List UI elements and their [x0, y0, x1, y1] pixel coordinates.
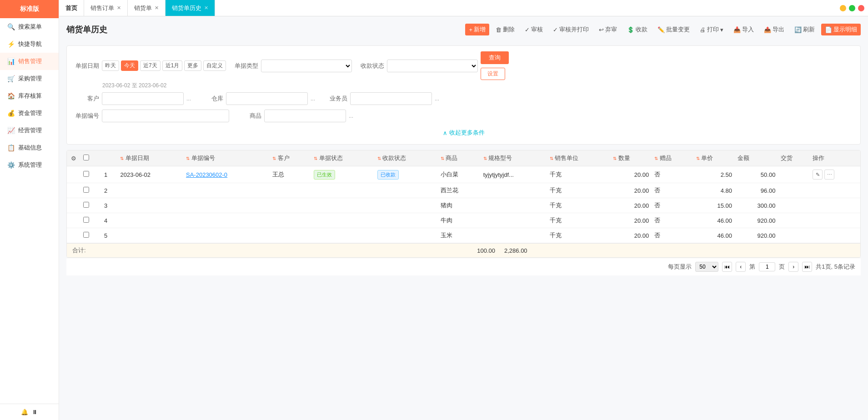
doc-no-link[interactable]: SA-20230602-0 — [186, 171, 227, 178]
minimize-button[interactable] — [840, 5, 846, 11]
audit-print-button[interactable]: ✓ 审核并打印 — [549, 24, 592, 35]
data-table: ⚙ ⇅ 单据日期 ⇅ 单据编号 ⇅ 客户 — [67, 150, 860, 243]
close-sales-order-tab[interactable]: ✕ — [117, 5, 121, 11]
sort-icon: ⇅ — [186, 156, 190, 161]
date-btn-yesterday[interactable]: 昨天 — [102, 60, 119, 71]
cell-check[interactable] — [80, 198, 101, 213]
next-page-button[interactable]: › — [788, 262, 798, 272]
col-doc-date[interactable]: ⇅ 单据日期 — [117, 150, 183, 166]
goods-input[interactable] — [264, 110, 346, 122]
cell-check[interactable] — [80, 213, 101, 228]
col-customer[interactable]: ⇅ 客户 — [270, 150, 311, 166]
first-page-button[interactable]: ⏮ — [722, 262, 732, 272]
date-btn-last7[interactable]: 近7天 — [140, 60, 161, 71]
show-detail-button[interactable]: 📄 显示明细 — [821, 24, 861, 35]
row-checkbox[interactable] — [83, 217, 89, 223]
col-quantity[interactable]: ⇅ 数量 — [610, 150, 652, 166]
row-checkbox[interactable] — [83, 232, 89, 238]
more-action-btn[interactable]: ⋯ — [824, 170, 834, 180]
date-picker-row: 昨天 今天 近7天 近1月 更多 自定义 — [102, 60, 226, 71]
cell-check[interactable] — [80, 183, 101, 198]
sidebar-item-ops-mgmt[interactable]: 📈 经营管理 — [0, 122, 59, 139]
col-collect-status[interactable]: ⇅ 收款状态 — [375, 150, 438, 166]
date-btn-custom[interactable]: 自定义 — [203, 60, 226, 71]
col-actions: 操作 — [810, 150, 860, 166]
settings-button[interactable]: 设置 — [481, 68, 505, 80]
add-button[interactable]: + 新增 — [465, 24, 489, 35]
audit-button[interactable]: ✓ 审核 — [521, 24, 547, 35]
sidebar: 标准版 🔍 搜索菜单 ⚡ 快捷导航 📊 销售管理 🛒 采购管理 🏠 库存核算 💰… — [0, 0, 59, 420]
col-doc-no[interactable]: ⇅ 单据编号 — [183, 150, 270, 166]
tab-home[interactable]: 首页 — [59, 0, 84, 16]
export-button[interactable]: 📤 导出 — [760, 24, 788, 35]
edit-action-btn[interactable]: ✎ — [813, 170, 823, 180]
query-button[interactable]: 查询 — [481, 51, 509, 64]
row-checkbox[interactable] — [83, 187, 89, 193]
abandon-label: 弃审 — [605, 25, 617, 34]
select-all-checkbox[interactable] — [83, 155, 89, 160]
col-settings[interactable]: ⚙ — [67, 150, 80, 166]
col-unit-price[interactable]: ⇅ 单价 — [693, 150, 735, 166]
col-sales-unit[interactable]: ⇅ 销售单位 — [547, 150, 610, 166]
customer-input[interactable] — [102, 92, 184, 105]
row-checkbox[interactable] — [83, 202, 89, 208]
warehouse-input[interactable] — [226, 92, 308, 105]
pause-icon[interactable]: ⏸ — [32, 409, 38, 415]
goods-ellipsis-btn[interactable]: ... — [349, 113, 353, 119]
delete-button[interactable]: 🗑 删除 — [492, 24, 518, 35]
col-gift[interactable]: ⇅ 赠品 — [652, 150, 693, 166]
staff-ellipsis-btn[interactable]: ... — [435, 95, 439, 102]
batch-change-button[interactable]: ✏️ 批量变更 — [654, 24, 693, 35]
window-close-button[interactable] — [858, 5, 864, 11]
tab-sales-delivery[interactable]: 销货单 ✕ — [128, 0, 166, 16]
tab-sales-order[interactable]: 销售订单 ✕ — [84, 0, 128, 16]
cell-gift: 否 — [652, 213, 693, 228]
collapse-filter-btn[interactable]: ∧ 收起更多条件 — [74, 127, 853, 139]
notification-icon[interactable]: 🔔 — [21, 409, 28, 415]
page-size-select[interactable]: 50 100 — [695, 262, 718, 272]
close-sales-history-tab[interactable]: ✕ — [204, 5, 208, 11]
table-header-row: ⚙ ⇅ 单据日期 ⇅ 单据编号 ⇅ 客户 — [67, 150, 860, 166]
sidebar-item-finance-mgmt[interactable]: 💰 资金管理 — [0, 105, 59, 122]
col-amount[interactable]: 金额 — [735, 150, 778, 166]
customer-ellipsis-btn[interactable]: ... — [186, 95, 191, 102]
import-button[interactable]: 📥 导入 — [730, 24, 758, 35]
doc-type-select[interactable] — [261, 60, 352, 72]
date-btn-today[interactable]: 今天 — [121, 60, 138, 71]
warehouse-ellipsis-btn[interactable]: ... — [311, 95, 315, 102]
collect-button[interactable]: 💲 收款 — [623, 24, 651, 35]
docno-input[interactable] — [102, 110, 229, 122]
sidebar-item-sys-mgmt[interactable]: ⚙️ 系统管理 — [0, 156, 59, 174]
row-checkbox[interactable] — [83, 171, 89, 177]
col-doc-status[interactable]: ⇅ 单据状态 — [311, 150, 374, 166]
cell-customer — [270, 198, 311, 213]
prev-page-button[interactable]: ‹ — [736, 262, 746, 272]
sidebar-item-inventory[interactable]: 🏠 库存核算 — [0, 87, 59, 105]
action-btns: ✎ ⋯ — [813, 170, 858, 180]
cell-check[interactable] — [80, 228, 101, 243]
col-spec[interactable]: ⇅ 规格型号 — [481, 150, 547, 166]
date-btn-last1m[interactable]: 近1月 — [162, 60, 183, 71]
collect-status-select[interactable] — [387, 60, 478, 72]
refresh-button[interactable]: 🔄 刷新 — [791, 24, 818, 35]
cell-check[interactable] — [80, 166, 101, 183]
sidebar-item-sales-mgmt[interactable]: 📊 销售管理 — [0, 53, 59, 70]
staff-input[interactable] — [350, 92, 432, 105]
current-page-input[interactable]: 1 — [759, 262, 775, 271]
cell-doc-no — [183, 213, 270, 228]
last-page-button[interactable]: ⏭ — [802, 262, 812, 272]
audit-print-label: 审核并打印 — [559, 25, 589, 34]
abandon-button[interactable]: ↩ 弃审 — [595, 24, 621, 35]
sidebar-item-search-menu[interactable]: 🔍 搜索菜单 — [0, 18, 59, 35]
col-check[interactable] — [80, 150, 101, 166]
sidebar-item-basic-info[interactable]: 📋 基础信息 — [0, 139, 59, 156]
close-sales-delivery-tab[interactable]: ✕ — [155, 5, 159, 11]
sidebar-item-quick-nav[interactable]: ⚡ 快捷导航 — [0, 35, 59, 53]
tab-sales-history[interactable]: 销货单历史 ✕ — [166, 0, 215, 16]
cell-spec — [481, 228, 547, 243]
date-btn-more[interactable]: 更多 — [184, 60, 201, 71]
print-button[interactable]: 🖨 打印 ▾ — [696, 24, 727, 35]
maximize-button[interactable] — [849, 5, 855, 11]
sidebar-item-purchase-mgmt[interactable]: 🛒 采购管理 — [0, 70, 59, 87]
col-goods[interactable]: ⇅ 商品 — [438, 150, 481, 166]
